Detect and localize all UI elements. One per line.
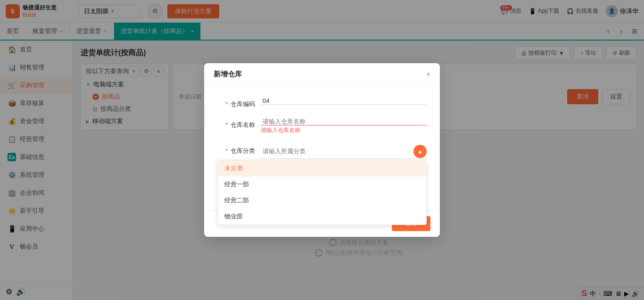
dropdown-arrow-button[interactable]: ▲ [413, 145, 427, 158]
modal-title: 新增仓库 [214, 70, 242, 79]
code-field-wrap [261, 97, 427, 105]
category-input-row: ▲ [261, 144, 427, 159]
category-dropdown-wrap: ▲ 未分类 经营一部 经营二部 物业部 [261, 144, 427, 159]
modal-header: 新增仓库 × [204, 63, 440, 86]
dropdown-option-0[interactable]: 未分类 [218, 160, 426, 176]
dropdown-option-2[interactable]: 经营二部 [218, 192, 426, 208]
name-label: * 仓库名称 [217, 118, 255, 129]
required-star-code: * [225, 100, 228, 108]
add-warehouse-modal: 新增仓库 × * 仓库编码 * 仓库名称 [204, 63, 440, 237]
category-input[interactable] [261, 148, 413, 155]
form-row-category: * 仓库分类 ▲ 未分类 经营一部 经营二部 物业部 [217, 144, 427, 159]
required-star-name: * [225, 121, 228, 128]
modal-close-button[interactable]: × [426, 70, 430, 79]
code-input[interactable] [261, 97, 427, 105]
modal-overlay: 新增仓库 × * 仓库编码 * 仓库名称 [0, 0, 644, 300]
name-error-msg: 请输入仓库名称 [261, 126, 427, 134]
dropdown-option-1[interactable]: 经营一部 [218, 176, 426, 192]
code-label: * 仓库编码 [217, 97, 255, 108]
modal-body: * 仓库编码 * 仓库名称 请输入仓库名称 [204, 86, 440, 206]
form-row-code: * 仓库编码 [217, 97, 427, 108]
category-label: * 仓库分类 [217, 144, 255, 155]
form-row-name: * 仓库名称 请输入仓库名称 [217, 118, 427, 134]
name-field-wrap: 请输入仓库名称 [261, 118, 427, 134]
name-input[interactable] [261, 118, 427, 125]
category-dropdown-list: 未分类 经营一部 经营二部 物业部 [217, 160, 427, 225]
dropdown-option-3[interactable]: 物业部 [218, 208, 426, 225]
required-star-category: * [225, 147, 228, 154]
